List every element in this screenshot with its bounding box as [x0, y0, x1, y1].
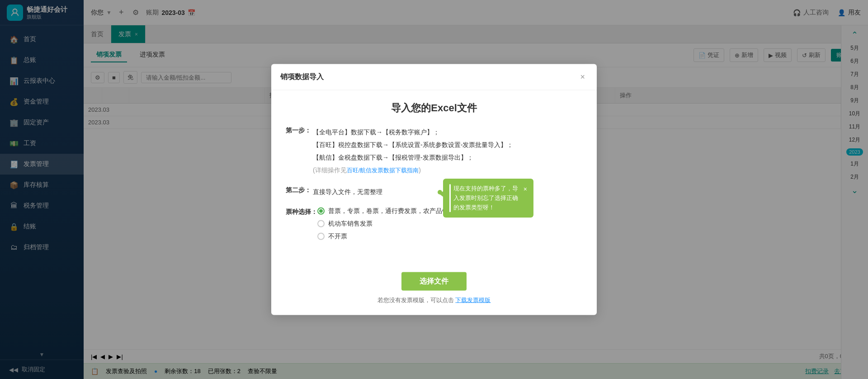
radio-normal-circle	[317, 208, 325, 215]
radio-none-circle	[317, 233, 325, 240]
ticket-label: 票种选择：	[286, 208, 317, 216]
step2-section: 第二步： 直接导入文件，无需整理	[286, 185, 582, 198]
step1-line-3: 【航信】金税盘数据下载→【报税管理-发票数据导出】；	[313, 151, 513, 164]
guide-link[interactable]: 百旺/航信发票数据下载指南	[347, 167, 419, 174]
ticket-row: 票种选择： 普票，专票，卷票，通行费发票，农产品销售发票 机动车销售发票 不开票	[286, 207, 582, 245]
step2-label: 第二步：	[286, 186, 313, 194]
modal-main-title: 导入您的Excel文件	[286, 101, 582, 115]
radio-motor-label: 机动车销售发票	[328, 220, 373, 228]
modal-title: 销项数据导入	[280, 72, 324, 82]
modal-header: 销项数据导入 ×	[271, 64, 597, 90]
radio-none-label: 不开票	[328, 232, 347, 241]
download-template-link[interactable]: 下载发票模版	[455, 297, 491, 303]
modal-close-button[interactable]: ×	[577, 71, 588, 83]
step2-row: 第二步： 直接导入文件，无需整理	[286, 185, 582, 198]
step1-row: 第一步： 【全电平台】数据下载→【税务数字账户】； 【百旺】税控盘数据下载→【系…	[286, 126, 582, 176]
step1-section: 第一步： 【全电平台】数据下载→【税务数字账户】； 【百旺】税控盘数据下载→【系…	[286, 126, 582, 176]
tooltip-bubble: 现在支持的票种多了，导入发票时别忘了选择正确的发票类型呀！ ×	[443, 179, 533, 218]
radio-motor-circle	[317, 220, 325, 227]
tooltip-bar	[449, 184, 451, 212]
ticket-section: 票种选择： 普票，专票，卷票，通行费发票，农产品销售发票 机动车销售发票 不开票	[286, 207, 582, 245]
download-template-section: 若您没有发票模版，可以点击 下载发票模版	[377, 296, 491, 304]
step1-guide-link: (详细操作见百旺/航信发票数据下载指南)	[313, 164, 513, 176]
tooltip-close-button[interactable]: ×	[524, 184, 527, 194]
step2-content: 直接导入文件，无需整理	[313, 185, 382, 198]
download-text: 若您没有发票模版，可以点击	[377, 297, 454, 303]
radio-motor[interactable]: 机动车销售发票	[317, 220, 467, 228]
select-file-button[interactable]: 选择文件	[401, 272, 467, 291]
import-modal: 销项数据导入 × 导入您的Excel文件 第一步： 【全电平台】数据下载→【税务…	[271, 64, 597, 315]
step1-line-1: 【全电平台】数据下载→【税务数字账户】；	[313, 126, 513, 138]
modal-body: 导入您的Excel文件 第一步： 【全电平台】数据下载→【税务数字账户】； 【百…	[271, 90, 597, 265]
step1-content: 【全电平台】数据下载→【税务数字账户】； 【百旺】税控盘数据下载→【系统设置-系…	[313, 126, 513, 176]
step1-line-2: 【百旺】税控盘数据下载→【系统设置-系统参数设置-发票批量导入】；	[313, 138, 513, 151]
step1-label: 第一步：	[286, 127, 313, 135]
tooltip-dot	[438, 190, 442, 194]
radio-none[interactable]: 不开票	[317, 232, 467, 241]
tooltip-text: 现在支持的票种多了，导入发票时别忘了选择正确的发票类型呀！	[453, 184, 519, 212]
modal-footer: 选择文件 若您没有发票模版，可以点击 下载发票模版	[271, 265, 597, 315]
